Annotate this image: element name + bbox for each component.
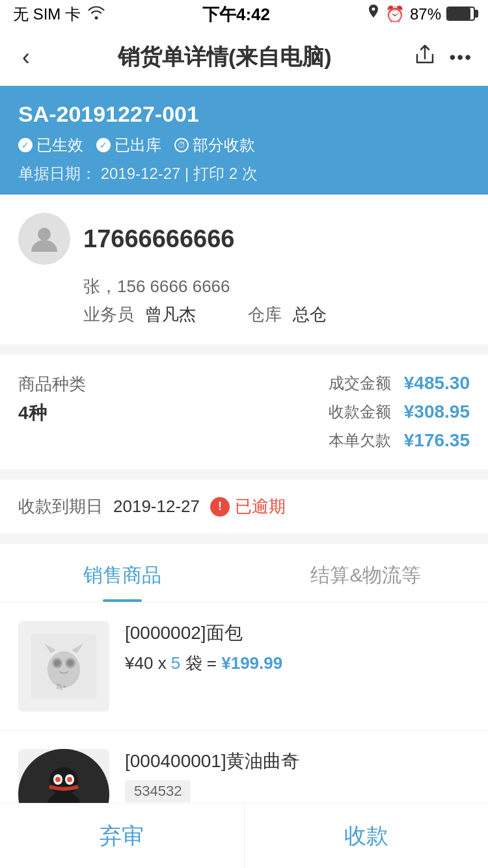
tab-sales[interactable]: 销售商品 xyxy=(0,544,244,602)
battery-icon xyxy=(446,5,475,23)
overdue-badge: ! 已逾期 xyxy=(210,495,286,518)
customer-section: 17666666666 张，156 6666 6666 业务员 曾凡杰 仓库 总… xyxy=(0,195,488,344)
content-area: SA-20191227-001 ✓ 已生效 ✓ 已出库 ⏱ 部分收款 单据日期：… xyxy=(0,86,488,868)
more-icon[interactable]: ••• xyxy=(450,47,472,68)
svg-text:鸟+: 鸟+ xyxy=(56,683,66,690)
owed-value: ¥176.35 xyxy=(404,430,470,451)
wifi-icon xyxy=(87,5,105,23)
stats-right: 成交金额 ¥485.30 收款金额 ¥308.95 本单欠款 ¥176.35 xyxy=(329,373,470,451)
salesman-value: 曾凡杰 xyxy=(145,305,196,324)
stats-section: 商品种类 4种 成交金额 ¥485.30 收款金额 ¥308.95 本单欠款 ¥… xyxy=(0,355,488,469)
received-value: ¥308.95 xyxy=(404,401,470,422)
customer-row: 17666666666 xyxy=(18,213,470,265)
amount-value: ¥485.30 xyxy=(404,373,470,394)
warehouse-label: 仓库 xyxy=(248,305,282,324)
product-name-1: [0000002]面包 xyxy=(125,621,470,645)
svg-point-14 xyxy=(67,777,72,782)
status-time: 下午4:42 xyxy=(202,3,270,26)
svg-point-13 xyxy=(55,777,61,782)
product-name-2: [000400001]黄油曲奇 xyxy=(125,749,470,774)
print-info: 打印 2 次 xyxy=(193,165,258,182)
tabs: 销售商品 结算&物流等 xyxy=(0,544,488,603)
product-qty-1: 5 xyxy=(171,653,180,673)
carrier-text: 无 SIM 卡 xyxy=(13,4,81,25)
clock-icon: ⏱ xyxy=(174,138,189,152)
category-count: 4种 xyxy=(18,401,86,426)
alarm-icon: ⏰ xyxy=(385,5,405,23)
share-icon[interactable] xyxy=(413,43,437,72)
status-badge-shipped: ✓ 已出库 xyxy=(96,135,161,156)
overdue-text: 已逾期 xyxy=(235,495,286,518)
category-label: 商品种类 xyxy=(18,373,86,396)
status-badge-effective: ✓ 已生效 xyxy=(18,135,83,156)
stats-left: 商品种类 4种 xyxy=(18,373,86,426)
back-button[interactable]: ‹ xyxy=(16,37,36,77)
nav-actions: ••• xyxy=(413,43,472,72)
page-title: 销货单详情(来自电脑) xyxy=(118,42,332,72)
svg-point-0 xyxy=(38,228,51,241)
status-badge-partial: ⏱ 部分收款 xyxy=(174,135,255,156)
received-row: 收款金额 ¥308.95 xyxy=(329,401,470,422)
customer-name-phone: 张，156 6666 6666 xyxy=(18,275,470,298)
product-info-1: [0000002]面包 ¥40 x 5 袋 = ¥199.99 xyxy=(125,621,470,712)
product-price-1: ¥40 x 5 袋 = ¥199.99 xyxy=(125,652,470,675)
product-total-1: ¥199.99 xyxy=(221,653,282,673)
avatar xyxy=(18,213,70,265)
due-label: 收款到期日 xyxy=(18,495,103,518)
collect-payment-button[interactable]: 收款 xyxy=(245,804,489,868)
overdue-icon: ! xyxy=(210,497,230,517)
header-banner: SA-20191227-001 ✓ 已生效 ✓ 已出库 ⏱ 部分收款 单据日期：… xyxy=(0,86,488,195)
cancel-review-button[interactable]: 弃审 xyxy=(0,804,245,868)
status-bar: 无 SIM 卡 下午4:42 ⏰ 87% xyxy=(0,0,488,29)
product-sku-badge: 534532 xyxy=(125,780,191,802)
status-right: ⏰ 87% xyxy=(367,5,475,24)
warehouse-info: 仓库 总仓 xyxy=(248,303,327,326)
location-icon xyxy=(367,5,380,24)
check-icon-1: ✓ xyxy=(18,138,33,152)
amount-label: 成交金额 xyxy=(329,373,391,394)
owed-row: 本单欠款 ¥176.35 xyxy=(329,430,470,451)
salesman-info: 业务员 曾凡杰 xyxy=(83,303,196,326)
owed-label: 本单欠款 xyxy=(329,430,391,451)
svg-point-5 xyxy=(54,660,61,666)
battery-text: 87% xyxy=(410,5,441,23)
status-left: 无 SIM 卡 xyxy=(13,4,105,25)
customer-meta: 业务员 曾凡杰 仓库 总仓 xyxy=(18,303,470,326)
check-icon-2: ✓ xyxy=(96,138,111,152)
order-id: SA-20191227-001 xyxy=(18,102,470,127)
tab-settlement[interactable]: 结算&物流等 xyxy=(244,544,488,602)
nav-bar: ‹ 销货单详情(来自电脑) ••• xyxy=(0,29,488,86)
status-badges: ✓ 已生效 ✓ 已出库 ⏱ 部分收款 xyxy=(18,135,470,156)
product-thumbnail-1: 鸟+ xyxy=(18,621,109,712)
svg-point-6 xyxy=(67,660,74,666)
warehouse-value: 总仓 xyxy=(293,305,327,324)
list-item: 鸟+ [0000002]面包 ¥40 x 5 袋 = ¥199.99 xyxy=(0,603,488,731)
received-label: 收款金额 xyxy=(329,401,391,422)
due-date-value: 2019-12-27 xyxy=(113,496,200,517)
bottom-bar: 弃审 收款 xyxy=(0,803,488,868)
stats-row: 商品种类 4种 成交金额 ¥485.30 收款金额 ¥308.95 本单欠款 ¥… xyxy=(18,373,470,451)
order-date: 单据日期： 2019-12-27 | 打印 2 次 xyxy=(18,163,470,184)
order-date-value: 2019-12-27 xyxy=(101,165,181,182)
customer-id: 17666666666 xyxy=(83,225,234,253)
svg-point-2 xyxy=(47,651,80,688)
due-section: 收款到期日 2019-12-27 ! 已逾期 xyxy=(0,480,488,534)
salesman-label: 业务员 xyxy=(83,305,134,324)
amount-row: 成交金额 ¥485.30 xyxy=(329,373,470,394)
